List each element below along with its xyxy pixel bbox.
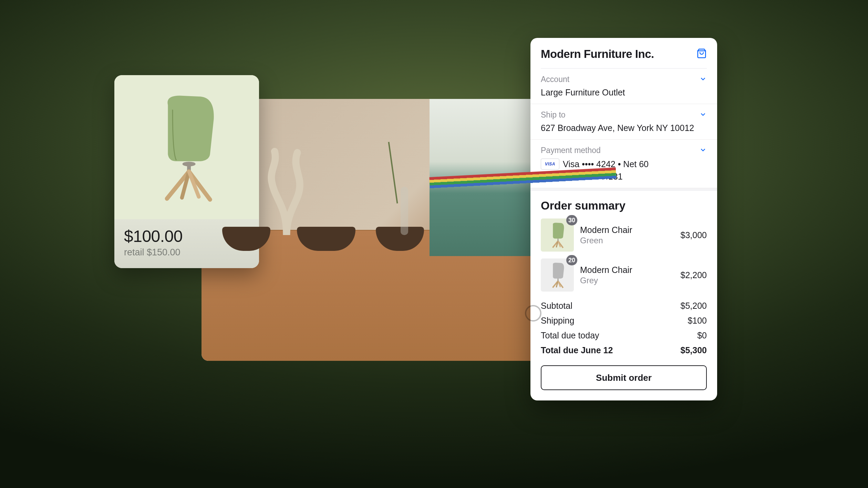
ship-to-label: Ship to bbox=[541, 110, 566, 120]
quantity-badge: 20 bbox=[566, 255, 577, 265]
visa-card-icon: VISA bbox=[541, 159, 559, 170]
order-summary: Order summary 30 Modern Chair Green $3,0… bbox=[530, 188, 717, 400]
line-item-name: Modern Chair bbox=[580, 225, 674, 235]
product-image bbox=[114, 75, 259, 219]
line-item-variant: Green bbox=[580, 236, 674, 245]
product-retail-price: retail $150.00 bbox=[124, 247, 249, 258]
total-value: $5,300 bbox=[681, 345, 707, 355]
total-row-due: Total due June 12 $5,300 bbox=[541, 343, 707, 358]
account-section[interactable]: Account Large Furniture Outlet bbox=[530, 69, 717, 104]
line-item-name: Modern Chair bbox=[580, 265, 674, 275]
line-item: 20 Modern Chair Grey $2,200 bbox=[541, 258, 707, 292]
account-value: Large Furniture Outlet bbox=[541, 88, 707, 98]
plant-branch bbox=[388, 142, 398, 204]
total-row: Total due today $0 bbox=[541, 328, 707, 343]
total-label: Total due June 12 bbox=[541, 345, 613, 355]
antler-sculpture bbox=[256, 145, 318, 235]
total-value: $5,200 bbox=[681, 301, 707, 311]
payment-label: Payment method bbox=[541, 146, 601, 155]
line-item: 30 Modern Chair Green $3,000 bbox=[541, 218, 707, 252]
merchant-name: Modern Furniture Inc. bbox=[541, 48, 654, 61]
total-label: Subtotal bbox=[541, 301, 572, 311]
checkout-header: Modern Furniture Inc. bbox=[530, 38, 717, 68]
chair-icon bbox=[544, 262, 571, 289]
total-row: Shipping $100 bbox=[541, 313, 707, 328]
svg-rect-3 bbox=[557, 278, 558, 281]
chevron-down-icon bbox=[699, 146, 707, 155]
total-label: Total due today bbox=[541, 331, 599, 340]
ship-to-value: 627 Broadway Ave, New York NY 10012 bbox=[541, 123, 707, 133]
line-item-variant: Grey bbox=[580, 276, 674, 285]
svg-rect-2 bbox=[557, 238, 558, 241]
chevron-down-icon bbox=[699, 75, 707, 84]
quantity-badge: 30 bbox=[566, 215, 577, 225]
total-value: $0 bbox=[697, 331, 707, 340]
account-label: Account bbox=[541, 75, 569, 84]
chair-icon bbox=[544, 222, 571, 249]
order-summary-title: Order summary bbox=[541, 199, 707, 212]
vase bbox=[401, 187, 408, 235]
cabinet-knob bbox=[525, 305, 541, 322]
submit-order-button[interactable]: Submit order bbox=[541, 365, 707, 390]
line-item-price: $2,200 bbox=[681, 270, 707, 280]
line-item-thumbnail: 30 bbox=[541, 218, 574, 252]
chair-icon bbox=[130, 91, 243, 203]
total-row: Subtotal $5,200 bbox=[541, 298, 707, 313]
total-label: Shipping bbox=[541, 316, 574, 326]
shopping-bag-icon[interactable] bbox=[696, 48, 707, 60]
ship-to-section[interactable]: Ship to 627 Broadway Ave, New York NY 10… bbox=[530, 104, 717, 140]
wooden-bowl bbox=[376, 227, 424, 251]
chevron-down-icon bbox=[699, 111, 707, 120]
line-item-thumbnail: 20 bbox=[541, 258, 574, 292]
checkout-panel: Modern Furniture Inc. Account Large Furn… bbox=[530, 38, 717, 400]
total-value: $100 bbox=[688, 316, 707, 326]
line-item-price: $3,000 bbox=[681, 230, 707, 240]
payment-card-text: Visa •••• 4242 • Net 60 bbox=[563, 159, 649, 169]
